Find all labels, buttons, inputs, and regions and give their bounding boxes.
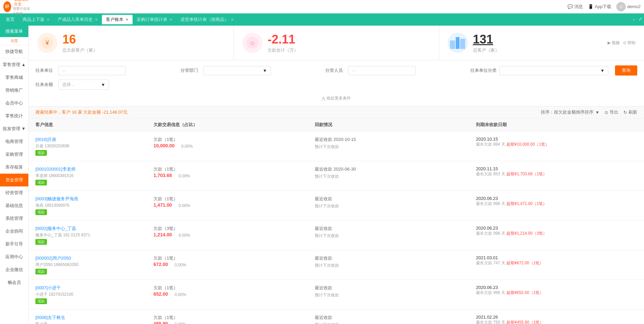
sidebar-item-enterprise[interactable]: 企业协同 [0,225,28,238]
refresh-icon: ↻ [623,110,627,115]
col-customer-info: 客户信息 [35,122,153,128]
dept-select[interactable]: ▼ [203,66,271,75]
sidebar-search-menu[interactable]: 搜索菜单 [0,26,28,37]
total-customers-number: 131 [473,32,603,47]
tab-close-purchase[interactable]: ✕ [169,18,172,22]
sidebar-item-basic[interactable]: 基础信息 [0,199,28,212]
customer-name-link-3[interactable]: [0003]畅捷服务尹海燕 [35,196,78,201]
user-menu[interactable]: U demo2 [616,2,641,11]
sort-btn[interactable]: 排序：按欠款金额倒序排序 ▼ [541,109,599,115]
customer-name-link-4[interactable]: [0002]服务中心_丁磊 [35,226,76,231]
sidebar-item-wechat[interactable]: 企业微信 [0,263,28,276]
customer-name-link-5[interactable]: [000002]用户2050 [35,256,71,261]
sidebar-item-retail-mgmt[interactable]: 零售管理 ▲ [0,58,28,71]
tab-purchase-stats[interactable]: 采购订单统计表 ✕ [133,15,176,24]
sort-icon: ▼ [595,110,599,115]
filter-row-1: 往来单位 ··· 分管部门 ▼ 分管人员 ··· 往来单位分类 [35,65,637,76]
collapse-row[interactable]: ⋀ 收起更多条件 [35,94,637,101]
collection-6: 最近收款 预计下次收款 [315,283,476,306]
from-unit-label: 往来单位 [35,67,56,73]
collection-7: 最近收款 预计下次收款 [315,313,476,324]
customer-name-link-7[interactable]: [0006]去下粮仓 [35,315,65,320]
filter-balance: 往来余额 选择... ▼ [35,80,637,90]
balance-select[interactable]: 选择... ▼ [58,80,109,90]
stat-info-debt: 16 总欠款客户（家） [62,32,225,53]
sidebar-item-marketing[interactable]: 营销推广 [0,84,28,97]
sidebar-item-member[interactable]: 会员中心 [0,97,28,110]
sidebar-item-retail-mall[interactable]: 零售商城 [0,71,28,84]
tab-production[interactable]: 产成品入库单历史 ✕ [54,15,102,24]
due-date-6: 2020.06.23 最长欠款 998 天 超期¥652.00（1笔） [476,283,637,306]
tab-bar-right: － ⤢ [632,17,642,23]
tab-bar: 首页 商品上下架 ✕ 产成品入库单历史 ✕ 客户账本 ✕ 采购订单统计表 ✕ 进… [0,13,644,26]
tab-close-goods-stats[interactable]: ✕ [231,18,234,22]
stat-info-amount: -2.11 欠款合计（万） [268,32,430,53]
table-row: [0001020001]李老师 李老师 18600391516 现款 欠款（1笔… [29,161,644,191]
table-row: [0002]服务中心_丁磊 服务中心_丁磊 181 0125 8371 现款 欠… [29,220,644,250]
sidebar-quick-nav[interactable]: 快捷导航 [0,45,28,58]
svg-rect-5 [456,37,459,49]
filter-area: 往来单位 ··· 分管部门 ▼ 分管人员 ··· 往来单位分类 [29,60,644,107]
maximize-icon[interactable]: ⤢ [639,17,642,23]
from-unit-input[interactable]: ··· [58,66,126,75]
customer-name-link-6[interactable]: [0007]小进干 [35,285,61,290]
tab-close-goods[interactable]: ✕ [47,18,50,22]
debt-customers-label: 总欠款客户（家） [62,47,225,53]
minimize-icon[interactable]: － [632,17,636,23]
overdue-link-3[interactable]: 超期¥1,471.00（1笔） [506,201,547,206]
overdue-link-4[interactable]: 超期¥1,214.00（3笔） [506,231,547,236]
app-download-btn[interactable]: 📱 App下载 [588,4,611,10]
overdue-link-1[interactable]: 超期¥10,000.00（1笔） [506,142,549,147]
category-select[interactable]: ▼ [499,66,609,75]
sidebar-shortcuts[interactable]: 示范 [0,37,28,45]
sidebar-item-newbie[interactable]: 新手引导 [0,238,28,251]
customer-info-6: [0007]小进干 小进干 18279152100 现款 [35,283,153,306]
sidebar-item-app-center[interactable]: 应用中心 [0,251,28,263]
tab-customer-account[interactable]: 客户账本 ✕ [102,15,133,24]
col-due-date: 到期未收款日期 [476,122,637,128]
person-label: 分管人员 [325,67,345,73]
tab-goods-stats[interactable]: 进货单统计表（按商品） ✕ [176,15,238,24]
message-btn[interactable]: 💬 消息 [567,4,583,10]
customer-name-link-1[interactable]: [0016]吕俊 [35,137,56,142]
result-text: 搜索结果中，客户 16 家 欠款金额 -21,148.07元 [35,109,128,115]
view-btn[interactable]: ▶ 视频 [608,40,620,46]
tab-home[interactable]: 首页 [2,15,19,24]
sidebar: 搜索菜单 示范 快捷导航 零售管理 ▲ 零售商城 营销推广 会员中心 零售统计 … [0,26,29,324]
tab-close-customer[interactable]: ✕ [125,18,129,22]
help-btn[interactable]: ⊙ 帮助 [623,40,636,46]
sidebar-item-operation[interactable]: 经营管理 [0,186,28,199]
sidebar-item-inventory[interactable]: 库存核算 [0,161,28,174]
overdue-link-6[interactable]: 超期¥652.00（1笔） [506,290,543,295]
customer-info-1: [0016]吕俊 吕俊 13026203696 现款 [35,135,153,157]
debt-info-4: 欠款（3笔） 1,214.00 0.00% [153,224,315,246]
customer-info-4: [0002]服务中心_丁磊 服务中心_丁磊 181 0125 8371 现款 [35,224,153,246]
table-row: [0016]吕俊 吕俊 13026203696 现款 欠款（1笔） 10,000… [29,131,644,161]
overdue-link-5[interactable]: 超期¥672.00（1笔） [506,261,543,265]
overdue-link-2[interactable]: 超期¥1,703.68（1笔） [506,172,547,176]
sidebar-item-system[interactable]: 系统管理 [0,212,28,225]
logo-text: 畅捷通好生意 [14,0,32,6]
sidebar-item-wholesale[interactable]: 批发管理 ▼ [0,122,28,135]
debt-amount-3: 1,471.00 [153,202,172,208]
result-actions: 排序：按欠款金额倒序排序 ▼ ⊙ 导出 ↻ 刷新 [541,109,637,115]
col-collection: 回款情况 [315,122,476,128]
result-bar: 搜索结果中，客户 16 家 欠款金额 -21,148.07元 排序：按欠款金额倒… [29,107,644,118]
logo-icon: 好 [3,1,11,12]
sidebar-item-member-plus[interactable]: 畅会员 [0,276,28,289]
tab-close-production[interactable]: ✕ [95,18,98,22]
sidebar-item-finance[interactable]: 资金管理 [0,174,28,186]
sidebar-item-purchase[interactable]: 采购管理 [0,148,28,161]
search-button[interactable]: 查询 [615,65,637,76]
overdue-link-7[interactable]: 超期¥455.90（1笔） [506,320,543,324]
stat-card-total-customers: 131 总客户（家） ▶ 视频 ⊙ 帮助 [439,26,644,60]
sidebar-item-retail-stats[interactable]: 零售统计 [0,110,28,122]
customer-name-link-2[interactable]: [0001020001]李老师 [35,167,76,172]
customer-info-7: [0006]去下粮仓 陈小帝 现款 [35,313,153,324]
person-input[interactable]: ··· [348,66,416,75]
sidebar-item-ecommerce[interactable]: 电商管理 [0,135,28,148]
refresh-btn[interactable]: ↻ 刷新 [623,109,637,115]
export-btn[interactable]: ⊙ 导出 [605,109,618,115]
customer-info-3: [0003]畅捷服务尹海燕 海燕 18513066976 现款 [35,194,153,217]
tab-goods[interactable]: 商品上下架 ✕ [19,15,54,24]
